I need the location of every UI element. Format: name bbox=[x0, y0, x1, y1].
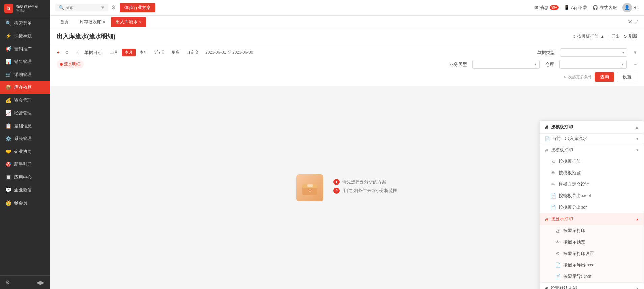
date-last-month[interactable]: 上月 bbox=[107, 49, 121, 56]
dropdown-template-preview-item[interactable]: 👁 按模板预览 bbox=[540, 167, 644, 179]
dropdown-template-pdf-item[interactable]: 📄 按模板导出pdf bbox=[540, 202, 644, 213]
sidebar-item-marketing[interactable]: 📢 营销推广 bbox=[0, 43, 50, 55]
filter-collapse-left-icon[interactable]: 《 bbox=[75, 50, 79, 56]
dropdown-template-print-item[interactable]: 🖨 按模板打印 bbox=[540, 156, 644, 167]
dropdown-expand-icon[interactable]: ▲ bbox=[635, 125, 639, 130]
tab-batch-close[interactable]: × bbox=[103, 20, 105, 24]
settings-button[interactable]: 设置 bbox=[617, 72, 637, 82]
date-custom[interactable]: 自定义 bbox=[184, 49, 201, 56]
date-7days[interactable]: 近7天 bbox=[152, 49, 168, 56]
date-this-year[interactable]: 本年 bbox=[137, 49, 150, 56]
dropdown-display-preview-item[interactable]: 👁 按显示预览 bbox=[540, 236, 644, 248]
header-right: ✉ 消息 99+ 📱 App下载 🎧 在线客服 👤 Rit bbox=[534, 3, 639, 12]
sidebar-item-guide[interactable]: 🎯 新手引导 bbox=[0, 158, 50, 171]
tab-close-all-button[interactable]: ✕ bbox=[628, 19, 632, 25]
date-this-month[interactable]: 本月 bbox=[122, 49, 136, 56]
dropdown-template-excel-item[interactable]: 📄 按模板导出excel bbox=[540, 190, 644, 202]
search-dropdown-icon[interactable]: ▼ bbox=[100, 5, 105, 10]
trend-icon: 📈 bbox=[5, 110, 11, 116]
display-preview-item-label: 按显示预览 bbox=[563, 239, 585, 245]
trial-button[interactable]: 体验行业方案 bbox=[120, 3, 155, 12]
filter-area: + ⚙ 《 单据日期 上月 本月 本年 近7天 更多 自定义 2023-06-0… bbox=[50, 44, 644, 86]
user-avatar[interactable]: 👤 Rit bbox=[622, 3, 639, 12]
filter-add-icon[interactable]: + bbox=[57, 50, 60, 56]
phone-icon: 📱 bbox=[564, 5, 569, 10]
dropdown-template-custom-item[interactable]: ✏ 模板自定义设计 bbox=[540, 179, 644, 190]
search-input[interactable] bbox=[65, 5, 99, 10]
item-edit-icon: ✏ bbox=[550, 182, 556, 187]
collapse-footer-icon[interactable]: ◀▶ bbox=[36, 279, 45, 286]
filter-tag-label: 流水明细 bbox=[64, 61, 80, 67]
tab-home[interactable]: 首页 bbox=[55, 17, 74, 27]
item-display-pdf-icon: 📄 bbox=[555, 274, 561, 279]
voucher-type-more-icon[interactable]: ▼ bbox=[633, 50, 637, 55]
warehouse-select-wrap bbox=[559, 60, 627, 69]
sidebar-item-label: 库存核算 bbox=[14, 84, 32, 90]
template-print-button[interactable]: 🖨 按模板打印 ▲ bbox=[571, 33, 605, 40]
step-num-2: 2 bbox=[333, 188, 340, 194]
tab-flow-close[interactable]: × bbox=[139, 20, 141, 24]
gear-icon: ⚙️ bbox=[5, 136, 11, 142]
online-service-button[interactable]: 🎧 在线客服 bbox=[593, 5, 617, 11]
sidebar-item-collab[interactable]: 🤝 企业协同 bbox=[0, 145, 50, 158]
dropdown-display-print-item[interactable]: 🖨 按显示打印 bbox=[540, 225, 644, 236]
dropdown-display-excel-item[interactable]: 📄 按显示导出excel bbox=[540, 259, 644, 271]
tab-flow[interactable]: 出入库流水 × bbox=[111, 17, 146, 27]
date-range-text: 2023-06-01 至 2023-06-30 bbox=[205, 50, 253, 55]
filter-gear-icon[interactable]: ⚙ bbox=[65, 50, 69, 55]
clipboard-icon: 📋 bbox=[5, 123, 11, 129]
collapse-more-btn[interactable]: ∧ 收起更多条件 bbox=[563, 74, 592, 80]
tab-bar: 首页 库存批次账 × 出入库流水 × ✕ ⤢ bbox=[50, 16, 644, 28]
sidebar-item-wechat[interactable]: 💬 企业微信 bbox=[0, 184, 50, 196]
sidebar-item-purchase[interactable]: 🛒 采购管理 bbox=[0, 68, 50, 81]
dropdown-display-pdf-item[interactable]: 📄 按显示导出pdf bbox=[540, 271, 644, 282]
template-print-item-label: 按模板打印 bbox=[559, 158, 581, 164]
business-type-select[interactable] bbox=[472, 60, 540, 69]
sidebar-item-operations[interactable]: 📈 经营管理 bbox=[0, 107, 50, 120]
sidebar-item-sales[interactable]: 📊 销售管理 bbox=[0, 55, 50, 68]
dropdown-current-item[interactable]: 📄 当前：出入库流水 ▼ bbox=[540, 134, 644, 144]
message-icon: ✉ bbox=[534, 5, 538, 10]
filter-tag-dot bbox=[60, 63, 63, 66]
main-area: 🔍 ▼ ⚙ 体验行业方案 ✉ 消息 99+ 📱 App下载 🎧 在线客服 👤 bbox=[50, 0, 644, 289]
date-more[interactable]: 更多 bbox=[169, 49, 182, 56]
sidebar-item-search[interactable]: 🔍 搜索菜单 bbox=[0, 17, 50, 30]
message-badge: 99+ bbox=[550, 5, 559, 10]
dropdown-display-settings-item[interactable]: ⚙ 按显示打印设置 bbox=[540, 248, 644, 259]
dropdown-footer[interactable]: ⚙ 设置默认功能 ▼ bbox=[540, 283, 644, 289]
business-type-select-wrap bbox=[472, 60, 540, 69]
template-custom-item-label: 模板自定义设计 bbox=[559, 181, 589, 187]
message-button[interactable]: ✉ 消息 99+ bbox=[534, 5, 559, 11]
template-section-label: 按模板打印 bbox=[551, 147, 573, 153]
company-name: 畅捷通好生意 bbox=[16, 4, 38, 9]
top-header: 🔍 ▼ ⚙ 体验行业方案 ✉ 消息 99+ 📱 App下载 🎧 在线客服 👤 bbox=[50, 0, 644, 16]
sidebar-item-system[interactable]: ⚙️ 系统管理 bbox=[0, 132, 50, 145]
app-download-button[interactable]: 📱 App下载 bbox=[564, 5, 587, 11]
sidebar-item-finance[interactable]: 💰 资金管理 bbox=[0, 94, 50, 107]
display-section-chevron-icon: ▲ bbox=[636, 217, 639, 221]
refresh-button[interactable]: ↻ 刷新 bbox=[623, 33, 637, 40]
export-button[interactable]: ↑ 导出 bbox=[608, 33, 620, 40]
sidebar-item-inventory[interactable]: 📦 库存核算 bbox=[0, 81, 50, 94]
warehouse-select[interactable] bbox=[559, 60, 627, 69]
voucher-type-select[interactable] bbox=[560, 48, 627, 57]
query-button[interactable]: 查询 bbox=[595, 72, 614, 82]
sidebar-item-appcenter[interactable]: 🔲 应用中心 bbox=[0, 171, 50, 184]
step-num-1: 1 bbox=[333, 179, 340, 185]
section-printer-icon: 🖨 bbox=[545, 148, 549, 153]
dropdown-template-section-header[interactable]: 🖨 按模板打印 ▼ bbox=[540, 144, 644, 156]
sidebar-item-shortcut[interactable]: ⚡ 快捷导航 bbox=[0, 30, 50, 43]
sidebar-item-basic[interactable]: 📋 基础信息 bbox=[0, 120, 50, 132]
filter-row-2: 流水明细 业务类型 仓库 ··· bbox=[57, 60, 637, 69]
header-search-box[interactable]: 🔍 ▼ bbox=[55, 4, 108, 11]
dropdown-display-section-header[interactable]: 🖨 按显示打印 ▲ bbox=[540, 213, 644, 225]
sidebar-item-vip[interactable]: 👑 畅会员 bbox=[0, 196, 50, 209]
settings-footer-icon[interactable]: ⚙ bbox=[5, 279, 10, 286]
dropdown-display-section: 🖨 按显示打印 ▲ 🖨 按显示打印 👁 按显示预览 ⚙ bbox=[540, 213, 644, 283]
tab-batch[interactable]: 库存批次账 × bbox=[75, 17, 110, 27]
sidebar-item-label: 快捷导航 bbox=[14, 33, 32, 39]
gear-settings-icon[interactable]: ⚙ bbox=[111, 4, 116, 11]
warehouse-more-icon[interactable]: ··· bbox=[634, 62, 637, 67]
tab-maximize-button[interactable]: ⤢ bbox=[634, 19, 639, 25]
chat-icon: 💬 bbox=[5, 187, 11, 193]
